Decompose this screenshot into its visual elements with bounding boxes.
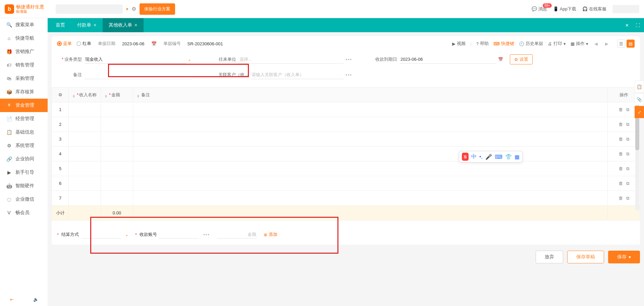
- sidebar-item-inventory[interactable]: 📦库存核算: [0, 85, 48, 99]
- cell-remark[interactable]: [133, 161, 608, 176]
- settlement-account-input[interactable]: [159, 231, 199, 239]
- cell-amount[interactable]: [101, 191, 133, 206]
- delete-row-button[interactable]: 🗑: [619, 151, 623, 157]
- copy-row-button[interactable]: ⧉: [626, 151, 629, 157]
- ime-punct-icon[interactable]: •,: [479, 154, 483, 160]
- table-row[interactable]: 7🗑⧉: [52, 191, 640, 206]
- col-amount[interactable]: ▲▼*金额: [101, 88, 133, 102]
- related-customer-input[interactable]: [251, 70, 343, 79]
- messages-button[interactable]: 💬 消息 99+: [532, 6, 547, 12]
- radio-blue-doc[interactable]: 蓝单: [57, 41, 72, 47]
- col-config[interactable]: ⚙: [52, 88, 69, 102]
- sidebar-item-member[interactable]: V畅会员: [0, 206, 48, 219]
- copy-row-button[interactable]: ⧉: [626, 196, 629, 201]
- cell-income-name[interactable]: [69, 132, 101, 147]
- cell-income-name[interactable]: [69, 161, 101, 176]
- copy-row-button[interactable]: ⧉: [626, 107, 629, 112]
- close-icon[interactable]: ✕: [134, 23, 138, 28]
- next-doc-button[interactable]: ▶: [604, 41, 610, 46]
- delete-row-button[interactable]: 🗑: [619, 166, 623, 171]
- settlement-method-input[interactable]: [81, 231, 121, 239]
- discard-button[interactable]: 放弃: [536, 251, 563, 263]
- tab-fullscreen-button[interactable]: ⛶: [634, 21, 642, 29]
- sidebar-item-marketing[interactable]: 🎁营销推广: [0, 45, 48, 58]
- cell-remark[interactable]: [133, 102, 608, 117]
- help-button[interactable]: ?帮助: [476, 41, 489, 47]
- table-row[interactable]: 4🗑⧉: [52, 147, 640, 161]
- delete-row-button[interactable]: 🗑: [619, 122, 623, 127]
- sidebar-item-purchase[interactable]: 🛍采购管理: [0, 72, 48, 85]
- cell-income-name[interactable]: [69, 102, 101, 117]
- cell-income-name[interactable]: [69, 117, 101, 132]
- experience-scheme-button[interactable]: 体验行业方案: [140, 3, 175, 15]
- cell-remark[interactable]: [133, 132, 608, 147]
- save-draft-button[interactable]: 保存草稿: [567, 251, 604, 263]
- view-list-button[interactable]: ☰: [617, 40, 625, 48]
- history-button[interactable]: 🕘历史单据: [519, 41, 543, 47]
- cell-amount[interactable]: [101, 147, 133, 161]
- cell-amount[interactable]: [101, 117, 133, 132]
- cell-income-name[interactable]: [69, 147, 101, 161]
- sidebar-item-quicknav[interactable]: ⌂快捷导航: [0, 32, 48, 45]
- app-download-button[interactable]: 📱 App下载: [553, 6, 576, 12]
- shortcut-button[interactable]: ⌨快捷键: [493, 41, 514, 47]
- sidebar-item-hardware[interactable]: 🤖智能硬件: [0, 179, 48, 193]
- radio-red-doc[interactable]: 红单: [76, 41, 91, 47]
- tab-close-all-button[interactable]: ✕: [623, 21, 631, 29]
- ime-toolbar[interactable]: S 中 •, 🎤 ⌨ 👕 ▦: [459, 151, 523, 162]
- skin-icon[interactable]: 👕: [505, 154, 512, 160]
- remark-input[interactable]: [85, 70, 191, 79]
- settlement-amount-input[interactable]: [217, 231, 257, 239]
- chevron-down-icon[interactable]: ⌄: [188, 57, 191, 62]
- print-button[interactable]: 🖨打印▾: [548, 41, 566, 47]
- copy-row-button[interactable]: ⧉: [626, 122, 629, 127]
- rail-copy-button[interactable]: 📋: [635, 81, 644, 93]
- sidebar-collapse-button[interactable]: ⇤: [0, 293, 24, 306]
- video-button[interactable]: ▶视频: [452, 41, 466, 47]
- save-button[interactable]: 保存▾: [608, 251, 640, 263]
- sidebar-item-wechat[interactable]: ◌企业微信: [0, 193, 48, 206]
- toolbox-icon[interactable]: ▦: [515, 154, 520, 160]
- cell-amount[interactable]: [101, 176, 133, 191]
- copy-row-button[interactable]: ⧉: [626, 181, 629, 186]
- prev-doc-button[interactable]: ◀: [593, 41, 599, 46]
- table-row[interactable]: 3🗑⧉: [52, 132, 640, 147]
- table-row[interactable]: 5🗑⧉: [52, 161, 640, 176]
- cell-amount[interactable]: [101, 161, 133, 176]
- more-icon[interactable]: •••: [345, 72, 352, 78]
- rail-attach-button[interactable]: 📎: [635, 93, 644, 105]
- sidebar-item-finance[interactable]: ￥资金管理: [0, 99, 48, 112]
- copy-row-button[interactable]: ⧉: [626, 166, 629, 171]
- rail-expand-button[interactable]: ⤢: [635, 106, 644, 118]
- cell-amount[interactable]: [101, 102, 133, 117]
- add-settlement-button[interactable]: ⊕添加: [264, 232, 277, 238]
- table-row[interactable]: 2🗑⧉: [52, 117, 640, 132]
- table-row[interactable]: 1🗑⧉: [52, 102, 640, 117]
- calendar-icon[interactable]: 📅: [498, 57, 503, 62]
- delete-row-button[interactable]: 🗑: [619, 107, 623, 112]
- chevron-down-icon[interactable]: ⌄: [125, 232, 128, 237]
- sidebar-item-guide[interactable]: ▶新手引导: [0, 166, 48, 179]
- delete-row-button[interactable]: 🗑: [619, 196, 623, 201]
- close-icon[interactable]: ✕: [93, 23, 97, 28]
- tab-other-income[interactable]: 其他收入单✕: [103, 18, 144, 32]
- cell-remark[interactable]: [133, 191, 608, 206]
- delete-row-button[interactable]: 🗑: [619, 181, 623, 186]
- biz-type-input[interactable]: [85, 55, 186, 64]
- view-form-button[interactable]: ▤: [627, 40, 635, 48]
- sidebar-item-search[interactable]: 🔍搜索菜单: [0, 18, 48, 32]
- store-selector[interactable]: ▾ ⚙ 体验行业方案: [56, 3, 175, 15]
- user-avatar-area[interactable]: [612, 5, 639, 13]
- cell-income-name[interactable]: [69, 191, 101, 206]
- tab-home[interactable]: 首页: [50, 18, 71, 32]
- ops-button[interactable]: ▦操作▾: [571, 41, 588, 47]
- party-input[interactable]: [239, 55, 343, 64]
- cell-remark[interactable]: [133, 117, 608, 132]
- due-date-input[interactable]: [400, 55, 496, 64]
- delete-row-button[interactable]: 🗑: [619, 137, 623, 142]
- tab-payment[interactable]: 付款单✕: [71, 18, 103, 32]
- keyboard-icon[interactable]: ⌨: [495, 154, 502, 160]
- ime-lang[interactable]: 中: [471, 153, 477, 160]
- more-icon[interactable]: •••: [203, 232, 210, 237]
- sidebar-sound-button[interactable]: 🔉: [24, 293, 48, 306]
